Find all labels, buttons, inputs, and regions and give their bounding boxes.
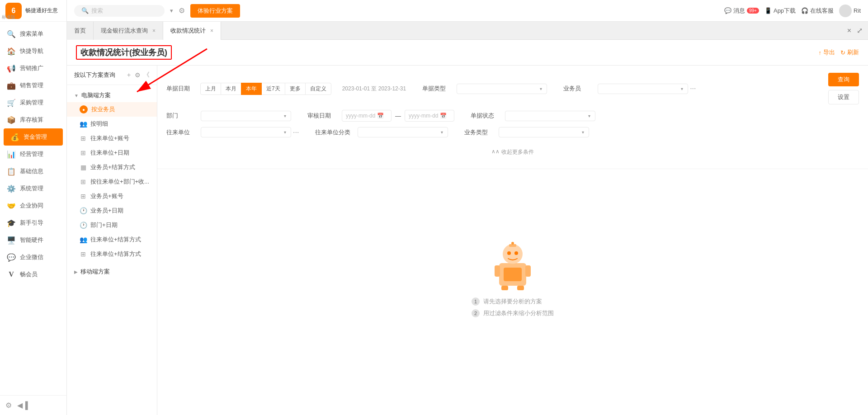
- table-icon4: ⊞: [80, 193, 87, 200]
- tree-item-salesman-settle[interactable]: ▦ 业务员+结算方式: [67, 160, 157, 174]
- top-search[interactable]: 🔍 搜索: [74, 5, 165, 17]
- empty-tip-1: 1 请先选择要分析的方案: [472, 297, 554, 306]
- empty-tip-2: 2 用过滤条件来缩小分析范围: [472, 309, 554, 317]
- collapse-panel-icon[interactable]: 《: [143, 71, 150, 79]
- people-icon2: 👥: [80, 236, 87, 243]
- partner-more-icon[interactable]: ···: [293, 128, 299, 137]
- tree-item-dept-date[interactable]: 🕐 部门+日期: [67, 218, 157, 232]
- close-tab-btn[interactable]: ×: [847, 27, 851, 35]
- user-avatar: [839, 5, 852, 17]
- sidebar-item-finance[interactable]: 💰 资金管理: [4, 128, 63, 146]
- download-button[interactable]: 📱 App下载: [764, 7, 796, 15]
- salesman-more-icon[interactable]: ···: [690, 85, 696, 93]
- sidebar-item-member[interactable]: V 畅会员: [0, 266, 66, 283]
- sidebar-item-marketing[interactable]: 📢 营销推广: [0, 60, 66, 77]
- tab-bank-flow[interactable]: 现金银行流水查询 ×: [94, 22, 163, 40]
- tree-item-label: 业务员+日期: [90, 207, 123, 215]
- bill-type-select[interactable]: ▾: [457, 84, 547, 94]
- sidebar-item-label: 库存核算: [20, 116, 43, 124]
- tree-item-partner-date[interactable]: ⊞ 往来单位+日期: [67, 146, 157, 160]
- sidebar-item-basic[interactable]: 📋 基础信息: [0, 163, 66, 180]
- purchase-icon: 🛒: [7, 99, 15, 107]
- date-btn-last-month[interactable]: 上月: [200, 83, 221, 95]
- tab-collection-stats-close[interactable]: ×: [210, 28, 213, 34]
- sidebar-item-purchase[interactable]: 🛒 采购管理: [0, 94, 66, 111]
- tab-collection-stats[interactable]: 收款情况统计 ×: [163, 22, 221, 40]
- review-date-to[interactable]: yyyy-mm-dd 📅: [405, 110, 454, 122]
- review-date-from[interactable]: yyyy-mm-dd 📅: [342, 110, 392, 122]
- collapse-btn[interactable]: ∧∧ 收起更多条件: [166, 143, 859, 161]
- tip-num-1: 1: [472, 297, 480, 306]
- tree-item-label: 按往来单位+部门+收...: [90, 178, 149, 186]
- quick-nav-icon: 🏠: [7, 47, 15, 55]
- robot-svg: [486, 236, 540, 290]
- tab-home[interactable]: 首页: [67, 22, 94, 40]
- date-btn-this-month[interactable]: 本月: [221, 83, 241, 95]
- tree-item-salesman-account[interactable]: ⊞ 业务员+账号: [67, 189, 157, 203]
- tree-item-salesman[interactable]: ● 按业务员: [67, 102, 157, 117]
- settings-scheme-icon[interactable]: ⚙: [135, 71, 141, 79]
- settings-button[interactable]: 设置: [828, 90, 859, 104]
- system-icon: ⚙️: [7, 184, 15, 193]
- settings-icon[interactable]: ⚙: [179, 6, 185, 15]
- tree-item-partner-settle1[interactable]: 👥 往来单位+结算方式: [67, 232, 157, 247]
- clock-icon2: 🕐: [80, 222, 87, 229]
- chevron-down-icon: ▾: [540, 86, 542, 91]
- bill-status-select[interactable]: ▾: [505, 111, 595, 121]
- export-icon: ↑: [819, 49, 822, 56]
- export-label: 导出: [823, 48, 835, 57]
- mobile-section-label[interactable]: ▶ 移动端方案: [67, 265, 157, 278]
- service-label: 在线客服: [810, 7, 834, 15]
- sidebar-item-label: 企业微信: [20, 253, 43, 261]
- sidebar-item-search-menu[interactable]: 🔍 搜索菜单: [0, 25, 66, 42]
- sidebar-item-hardware[interactable]: 🖥️ 智能硬件: [0, 231, 66, 249]
- svg-point-8: [514, 251, 518, 255]
- sidebar-item-label: 搜索菜单: [20, 30, 43, 38]
- message-button[interactable]: 💬 消息 99+: [724, 7, 759, 15]
- add-scheme-icon[interactable]: ＋: [126, 71, 132, 79]
- tree-item-detail[interactable]: 👥 按明细: [67, 117, 157, 131]
- sidebar-item-enterprise[interactable]: 🤝 企业协同: [0, 197, 66, 214]
- dropdown-icon[interactable]: ▾: [170, 7, 173, 14]
- date-btn-custom[interactable]: 自定义: [305, 83, 331, 95]
- query-button[interactable]: 查询: [828, 73, 859, 86]
- expand-tab-btn[interactable]: ⤢: [857, 26, 863, 35]
- sidebar-item-system[interactable]: ⚙️ 系统管理: [0, 180, 66, 197]
- date-btn-more[interactable]: 更多: [285, 83, 306, 95]
- dept-select[interactable]: ▾: [201, 111, 291, 121]
- chevron-down-icon5: ▾: [284, 130, 286, 135]
- sidebar-item-label: 基础信息: [20, 167, 43, 175]
- export-button[interactable]: ↑ 导出: [819, 48, 835, 57]
- salesman-select[interactable]: ▾: [598, 84, 688, 94]
- sidebar-item-operation[interactable]: 📊 经营管理: [0, 146, 66, 163]
- date-btn-this-year[interactable]: 本年: [241, 83, 262, 95]
- tree-item-partner-settle2[interactable]: ⊞ 往来单位+结算方式: [67, 247, 157, 261]
- sidebar-item-label: 畅会员: [20, 270, 38, 278]
- tree-item-salesman-date[interactable]: 🕐 业务员+日期: [67, 203, 157, 218]
- tree-item-partner-account[interactable]: ⊞ 往来单位+账号: [67, 131, 157, 146]
- edition-badge: 标准版: [2, 14, 15, 20]
- service-button[interactable]: 🎧 在线客服: [801, 7, 834, 15]
- tree-item-partner-dept[interactable]: ⊞ 按往来单位+部门+收...: [67, 174, 157, 189]
- sidebar-item-wechat[interactable]: 💬 企业微信: [0, 249, 66, 266]
- sidebar-item-sales[interactable]: 💼 销售管理: [0, 77, 66, 94]
- sidebar-item-quick-nav[interactable]: 🏠 快捷导航: [0, 42, 66, 60]
- date-btn-7days[interactable]: 近7天: [261, 83, 285, 95]
- partner-select[interactable]: ▾: [201, 127, 291, 137]
- biz-type-select[interactable]: ▾: [499, 127, 589, 137]
- desktop-section-label[interactable]: ▼ 电脑端方案: [67, 89, 157, 102]
- tab-bank-flow-close[interactable]: ×: [152, 28, 156, 34]
- download-icon: 📱: [764, 7, 772, 14]
- partner-type-select[interactable]: ▾: [358, 127, 448, 137]
- collapse-sidebar-icon[interactable]: ◀▐: [17, 401, 28, 410]
- settings-bottom-icon[interactable]: ⚙: [5, 401, 12, 410]
- sidebar-item-inventory[interactable]: 📦 库存核算: [0, 111, 66, 128]
- user-info[interactable]: Rit: [839, 5, 861, 17]
- svg-point-10: [511, 242, 514, 245]
- svg-point-7: [507, 251, 511, 255]
- sidebar-item-guide[interactable]: 🎓 新手引导: [0, 214, 66, 231]
- promo-button[interactable]: 体验行业方案: [190, 4, 240, 18]
- sidebar-item-label: 采购管理: [20, 99, 43, 107]
- refresh-button[interactable]: ↻ 刷新: [840, 48, 859, 57]
- tab-bar-actions: × ⤢: [847, 26, 868, 35]
